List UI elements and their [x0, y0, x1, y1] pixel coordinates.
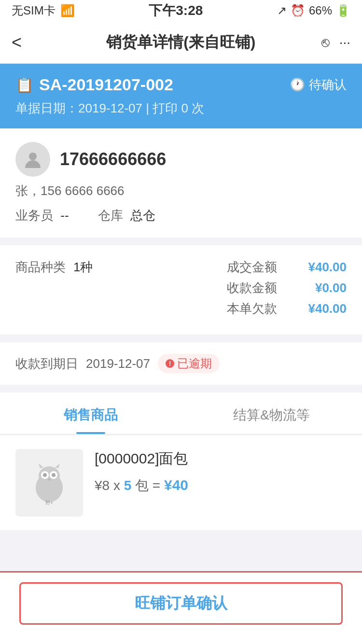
product-list-item: 野+ [0000002]面包 ¥8 x 5 包 = ¥40: [0, 435, 362, 530]
svg-text:野+: 野+: [45, 500, 53, 505]
overdue-label: 已逾期: [177, 356, 212, 371]
due-date-value: 2019-12-07: [86, 356, 150, 371]
overdue-icon: !: [166, 359, 174, 368]
status-time: 下午3:28: [149, 1, 203, 20]
product-price: ¥8 x 5 包 = ¥40: [95, 476, 347, 495]
warehouse-info: 仓库 总仓: [98, 207, 155, 224]
svg-point-6: [43, 473, 47, 477]
carrier-label: 无SIM卡: [12, 3, 56, 18]
order-status: 🕐 待确认: [290, 76, 347, 93]
nav-actions: ⎋ ···: [321, 35, 350, 50]
salesperson-info: 业务员 --: [15, 207, 69, 224]
status-right: ↗ ⏰ 66% 🔋: [277, 4, 350, 17]
amounts-block: 成交金额 ¥40.00 收款金额 ¥0.00 本单欠款 ¥40.00: [227, 259, 347, 321]
warehouse-value: 总仓: [130, 208, 155, 223]
order-id: 📋 SA-20191207-002: [15, 75, 173, 94]
bottom-bar: 旺铺订单确认: [0, 571, 362, 644]
owed-row: 本单欠款 ¥40.00: [227, 300, 347, 317]
customer-avatar: [15, 142, 50, 177]
product-name: [0000002]面包: [95, 449, 347, 469]
product-quantity: 5: [124, 478, 132, 493]
product-info: [0000002]面包 ¥8 x 5 包 = ¥40: [95, 449, 347, 517]
clock-icon: 🕐: [290, 77, 305, 92]
customer-meta: 业务员 -- 仓库 总仓: [15, 207, 347, 224]
wifi-icon: 📶: [60, 4, 75, 17]
alarm-icon: ⏰: [291, 4, 305, 17]
salesperson-value: --: [60, 208, 69, 223]
product-types: 商品种类 1种: [15, 259, 93, 276]
received-amount-value: ¥0.00: [289, 280, 347, 295]
product-thumbnail: 野+: [15, 449, 83, 517]
customer-card: 17666666666 张，156 6666 6666 业务员 -- 仓库 总仓: [0, 128, 362, 238]
due-date-card: 收款到期日 2019-12-07 ! 已逾期: [0, 342, 362, 385]
battery-label: 66%: [309, 4, 332, 17]
customer-phone: 17666666666: [60, 149, 166, 169]
due-date-label: 收款到期日: [15, 355, 78, 372]
deal-amount-row: 成交金额 ¥40.00: [227, 259, 347, 276]
page-title: 销货单详情(来自旺铺): [41, 32, 321, 53]
status-left: 无SIM卡 📶: [12, 3, 75, 18]
confirm-order-button[interactable]: 旺铺订单确认: [19, 582, 343, 625]
received-amount-row: 收款金额 ¥0.00: [227, 280, 347, 296]
status-bar: 无SIM卡 📶 下午3:28 ↗ ⏰ 66% 🔋: [0, 0, 362, 21]
customer-subname: 张，156 6666 6666: [15, 182, 347, 199]
svg-point-0: [29, 153, 37, 160]
order-icon: 📋: [15, 76, 33, 93]
order-header: 📋 SA-20191207-002 🕐 待确认 单据日期：2019-12-07 …: [0, 64, 362, 128]
nav-bar: < 销货单详情(来自旺铺) ⎋ ···: [0, 21, 362, 64]
tab-products[interactable]: 销售商品: [0, 392, 181, 434]
tab-settlement[interactable]: 结算&物流等: [181, 392, 362, 434]
deal-amount-value: ¥40.00: [289, 260, 347, 275]
svg-point-7: [52, 473, 56, 477]
order-date: 单据日期：2019-12-07 | 打印 0 次: [15, 100, 347, 117]
product-total: ¥40: [164, 477, 188, 493]
battery-icon: 🔋: [336, 4, 350, 17]
owed-value: ¥40.00: [289, 301, 347, 316]
more-icon[interactable]: ···: [339, 35, 350, 50]
back-button[interactable]: <: [12, 32, 41, 53]
summary-card: 商品种类 1种 成交金额 ¥40.00 收款金额 ¥0.00 本单欠款 ¥40.…: [0, 245, 362, 335]
share-icon[interactable]: ⎋: [321, 35, 330, 50]
overdue-badge: ! 已逾期: [158, 354, 220, 373]
location-icon: ↗: [277, 4, 287, 17]
tab-bar: 销售商品 结算&物流等: [0, 392, 362, 434]
